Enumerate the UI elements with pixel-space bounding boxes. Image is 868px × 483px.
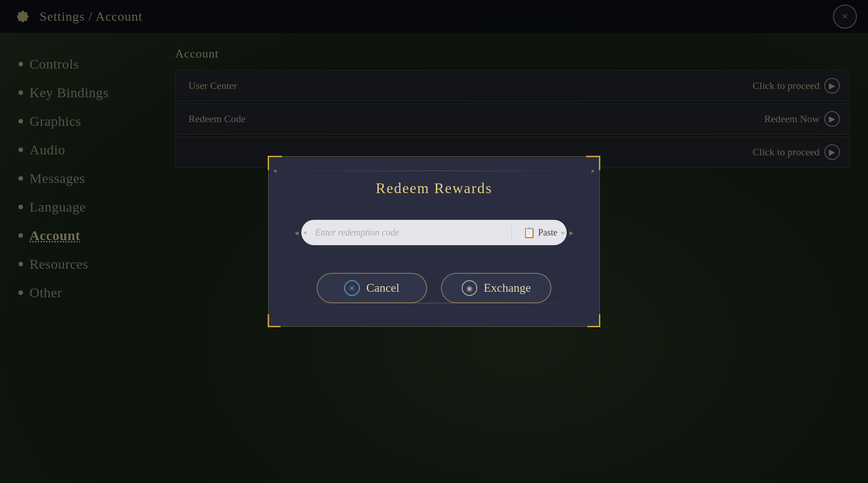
modal-top-decoration <box>273 166 595 175</box>
exchange-button[interactable]: ◉ Exchange <box>441 273 551 303</box>
exchange-icon: ◉ <box>462 280 477 296</box>
modal-bottom-decoration <box>287 303 581 303</box>
modal-buttons: ✕ Cancel ◉ Exchange <box>292 273 576 303</box>
modal-overlay: Redeem Rewards ◂ 📋 Paste ▸ ✕ Cancel <box>0 0 868 483</box>
paste-button[interactable]: 📋 Paste <box>516 223 565 242</box>
cancel-label: Cancel <box>366 281 399 295</box>
paste-label: Paste <box>538 227 557 238</box>
corner-decoration-br <box>587 314 600 327</box>
modal-title: Redeem Rewards <box>292 180 576 197</box>
input-row: 📋 Paste <box>301 220 567 245</box>
redeem-rewards-modal: Redeem Rewards ◂ 📋 Paste ▸ ✕ Cancel <box>268 156 600 327</box>
exchange-label: Exchange <box>484 281 531 295</box>
input-divider <box>511 226 512 240</box>
corner-decoration-bl <box>268 314 281 327</box>
right-arrow-icon: ▸ <box>567 228 576 238</box>
left-arrow-icon: ◂ <box>292 228 301 238</box>
cancel-icon: ✕ <box>344 280 360 296</box>
input-container: ◂ 📋 Paste ▸ <box>292 220 576 245</box>
cancel-button[interactable]: ✕ Cancel <box>317 273 427 303</box>
paste-icon: 📋 <box>523 227 535 239</box>
redemption-code-input[interactable] <box>311 222 508 243</box>
